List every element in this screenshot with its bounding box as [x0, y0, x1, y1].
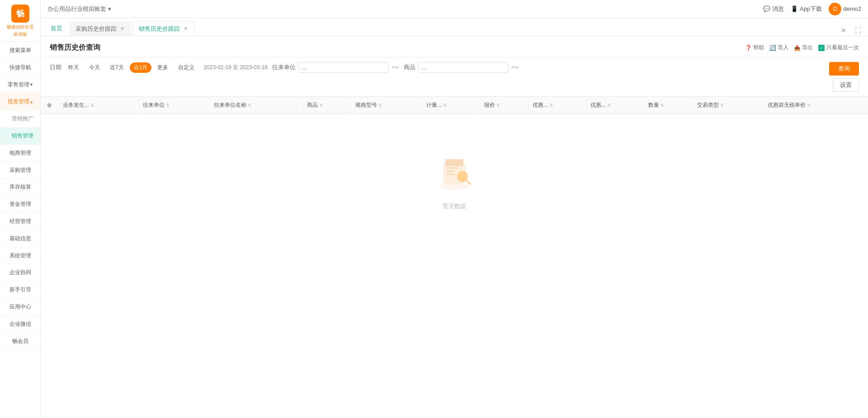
th-discount2[interactable]: 优惠... ⇅ [587, 97, 645, 114]
goods-dots-icon[interactable]: ••• [511, 63, 519, 71]
sidebar-item-operations[interactable]: 经营管理 [0, 213, 40, 230]
th-biz-date-label: 业务发生... [63, 101, 89, 109]
sidebar-item-ecommerce[interactable]: 电商管理 [0, 145, 40, 162]
sidebar-item-app-center[interactable]: 应用中心 [0, 299, 40, 316]
export-btn[interactable]: 📤 导出 [794, 44, 813, 52]
inventory-label: 库存核算 [9, 183, 31, 191]
sidebar-item-search[interactable]: 搜索菜单 [0, 42, 40, 59]
sidebar-item-wechat[interactable]: 企业微信 [0, 316, 40, 333]
checkbox-checked-icon: ✓ [818, 45, 825, 51]
th-no-tax-price[interactable]: 优惠前无税单价 ⇅ [764, 97, 868, 114]
th-goods-label: 商品 [307, 101, 318, 109]
table-container: ⚙ 业务发生... ⇅ 往来单位 [41, 96, 868, 247]
logo-area: 畅 畅捷信好生意 标准版 [0, 0, 40, 42]
th-spec[interactable]: 规格型号 ⇅ [352, 97, 423, 114]
retail-label: 零售管理 [8, 81, 29, 89]
sidebar-item-system[interactable]: 系统管理 [0, 247, 40, 265]
query-button[interactable]: 查询 [829, 62, 859, 76]
sidebar-item-marketing[interactable]: 营销推广 [0, 110, 40, 128]
th-unit[interactable]: 计量... ⇅ [423, 97, 481, 114]
svg-line-4 [466, 180, 470, 184]
partner-input[interactable] [298, 62, 389, 73]
page-actions: ❓ 帮助 🔄 导入 📤 导出 ✓ 只看最后一次 [745, 44, 859, 52]
empty-text: 暂无数据 [443, 202, 466, 210]
app-download-label: App下载 [800, 5, 822, 13]
import-label: 导入 [778, 44, 788, 52]
user-area[interactable]: D demo2 [829, 3, 861, 15]
sort-icon-unit: ⇅ [443, 103, 447, 108]
sort-icon-price: ⇅ [496, 103, 500, 108]
tab-sales-history-close[interactable]: ✕ [183, 25, 189, 32]
th-biz-date[interactable]: 业务发生... ⇅ [59, 97, 139, 114]
date-btn-custom[interactable]: 自定义 [174, 62, 198, 73]
main-area: 办公用品行业模拟账套 ▾ 💬 消息 📱 App下载 D demo2 首页 采购历… [41, 0, 868, 418]
logo-text: 畅捷信好生意 [7, 24, 34, 30]
partner-filter: 往来单位 ••• [272, 62, 399, 73]
import-btn[interactable]: 🔄 导入 [769, 44, 788, 52]
page-title: 销售历史价查询 [50, 43, 100, 52]
sidebar-item-retail[interactable]: 零售管理 ▾ [0, 76, 40, 94]
th-trade-type-label: 交易类型 [697, 101, 719, 109]
purchase-label: 采购管理 [9, 166, 31, 174]
sidebar-item-sales-mgmt[interactable]: 销售管理 [0, 128, 40, 145]
retail-arrow-icon: ▾ [30, 81, 33, 88]
message-icon: 💬 [763, 5, 770, 12]
date-btn-today[interactable]: 今天 [85, 62, 104, 73]
help-btn[interactable]: ❓ 帮助 [745, 44, 764, 52]
date-filter: 日期 昨天 今天 近7天 近1月 更多 自定义 2023-02-18 至 202… [50, 62, 268, 73]
only-last-checkbox[interactable]: ✓ 只看最后一次 [818, 44, 859, 52]
app-center-label: 应用中心 [9, 303, 31, 311]
tab-maximize-btn[interactable]: ⛶ [853, 25, 863, 36]
page-inner: 销售历史价查询 ❓ 帮助 🔄 导入 📤 导出 ✓ [41, 36, 868, 418]
date-btn-more[interactable]: 更多 [153, 62, 172, 73]
goods-input[interactable] [418, 62, 509, 73]
gear-icon[interactable]: ⚙ [47, 102, 52, 109]
th-gear[interactable]: ⚙ [41, 97, 59, 114]
sidebar-item-member[interactable]: 畅会员 [0, 333, 40, 350]
sidebar-item-wholesale[interactable]: 批发管理 ▴ [0, 93, 40, 110]
header-left: 办公用品行业模拟账套 ▾ [47, 5, 111, 13]
sort-icon-goods: ⇅ [319, 103, 323, 108]
partner-dots-icon[interactable]: ••• [392, 63, 399, 71]
message-btn[interactable]: 💬 消息 [763, 5, 784, 13]
empty-state: 暂无数据 [41, 114, 868, 247]
account-dropdown[interactable]: 办公用品行业模拟账套 ▾ [47, 5, 111, 13]
sidebar-item-newbie[interactable]: 新手引导 [0, 281, 40, 299]
date-label: 日期 [50, 63, 61, 71]
tab-bar-actions: ✕ ⛶ [838, 25, 863, 36]
tab-sales-history[interactable]: 销售历史价跟踪 ✕ [133, 21, 194, 36]
th-no-tax-price-label: 优惠前无税单价 [768, 101, 806, 109]
settings-button[interactable]: 设置 [833, 78, 859, 92]
quick-nav-label: 快捷导航 [9, 64, 31, 71]
tab-close-window-btn[interactable]: ✕ [838, 25, 849, 36]
sidebar-item-enterprise[interactable]: 企业协同 [0, 264, 40, 281]
th-quantity[interactable]: 数量 ⇅ [645, 97, 693, 114]
th-partner-code[interactable]: 往来单位 ⇅ [139, 97, 210, 114]
tab-purchase-history-close[interactable]: ✕ [119, 25, 125, 32]
sort-icon-no-tax-price: ⇅ [807, 103, 811, 108]
tab-purchase-history-label: 采购历史价跟踪 [75, 25, 117, 33]
tab-home[interactable]: 首页 [45, 21, 68, 36]
sidebar-item-purchase[interactable]: 采购管理 [0, 162, 40, 179]
help-label: 帮助 [753, 44, 764, 52]
th-trade-type[interactable]: 交易类型 ⇅ [693, 97, 764, 114]
date-btn-1month[interactable]: 近1月 [130, 62, 152, 73]
sidebar-item-finance[interactable]: 资金管理 [0, 196, 40, 213]
th-discount1[interactable]: 优惠... ⇅ [529, 97, 587, 114]
th-price[interactable]: 报价 ⇅ [481, 97, 529, 114]
tab-purchase-history[interactable]: 采购历史价跟踪 ✕ [70, 21, 131, 36]
date-btn-yesterday[interactable]: 昨天 [64, 62, 83, 73]
th-price-label: 报价 [484, 101, 495, 109]
sidebar-item-basic-info[interactable]: 基础信息 [0, 230, 40, 247]
sidebar-item-inventory[interactable]: 库存核算 [0, 179, 40, 196]
date-range-display: 2023-02-18 至 2023-03-18 [203, 64, 267, 71]
header-right: 💬 消息 📱 App下载 D demo2 [763, 3, 861, 15]
th-partner-name[interactable]: 往来单位名称 ⇅ [210, 97, 303, 114]
empty-icon [432, 150, 477, 195]
app-download-btn[interactable]: 📱 App下载 [791, 5, 822, 13]
th-goods[interactable]: 商品 ⇅ [303, 97, 352, 114]
svg-rect-6 [446, 171, 454, 172]
sidebar-item-quick-nav[interactable]: 快捷导航 [0, 59, 40, 76]
date-btn-7days[interactable]: 近7天 [106, 62, 128, 73]
avatar: D [829, 3, 841, 15]
